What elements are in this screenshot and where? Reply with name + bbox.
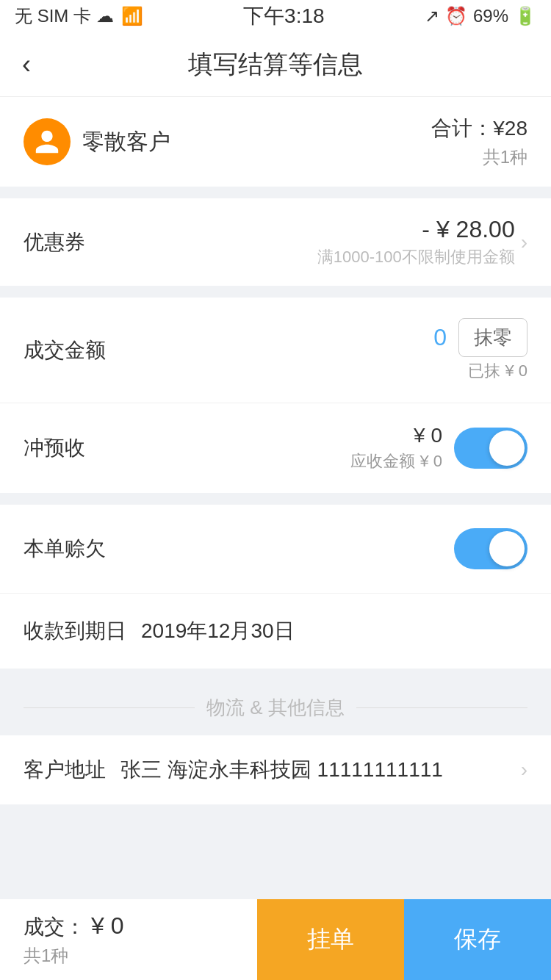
due-date-row: 收款到期日 2019年12月30日 xyxy=(0,593,551,669)
hang-button[interactable]: 挂单 xyxy=(257,899,404,980)
coupon-right: - ¥ 28.00 满1000-100不限制使用金额 › xyxy=(317,216,527,268)
debt-label: 本单赊欠 xyxy=(24,535,106,563)
save-button[interactable]: 保存 xyxy=(404,899,551,980)
customer-name: 零散客户 xyxy=(82,127,170,157)
due-date-value: 2019年12月30日 xyxy=(141,617,295,645)
person-icon xyxy=(33,128,61,156)
amount-row: 成交金额 0 抹零 已抹 ¥ 0 xyxy=(0,298,551,403)
customer-info-left: 零散客户 xyxy=(24,118,170,165)
logistics-title: 物流 & 其他信息 xyxy=(206,695,345,721)
coupon-desc: 满1000-100不限制使用金额 xyxy=(317,246,515,268)
battery-icon: 🔋 xyxy=(514,6,536,26)
address-chevron-icon: › xyxy=(521,758,527,782)
bottom-deal-amount: ¥ 0 xyxy=(91,912,123,940)
alarm-icon: ⏰ xyxy=(445,6,467,26)
amount-controls: 0 抹零 xyxy=(433,318,527,357)
status-bar: 无 SIM 卡 ☁ 📶 下午3:18 ↗ ⏰ 69% 🔋 xyxy=(0,0,551,32)
logistics-header: 物流 & 其他信息 xyxy=(0,680,551,735)
page-title: 填写结算等信息 xyxy=(188,48,363,82)
toggle-knob xyxy=(489,430,525,466)
pre-receive-label: 冲预收 xyxy=(24,434,85,462)
logistics-line-right xyxy=(356,707,527,708)
bottom-count: 共1种 xyxy=(24,944,234,968)
signal-text: 无 SIM 卡 ☁ xyxy=(15,4,114,28)
status-left: 无 SIM 卡 ☁ 📶 xyxy=(15,4,143,28)
back-button[interactable]: ‹ xyxy=(22,49,31,80)
nav-bar: ‹ 填写结算等信息 xyxy=(0,32,551,97)
bottom-total-row: 成交： ¥ 0 xyxy=(24,912,234,941)
battery-text: 69% xyxy=(473,6,508,26)
bottom-bar: 成交： ¥ 0 共1种 挂单 保存 xyxy=(0,899,551,980)
section-divider-1 xyxy=(0,493,551,505)
bottom-spacer xyxy=(0,816,551,897)
amount-sub: 已抹 ¥ 0 xyxy=(468,360,527,382)
coupon-info: - ¥ 28.00 满1000-100不限制使用金额 xyxy=(317,216,515,268)
status-time: 下午3:18 xyxy=(243,2,325,30)
pre-receive-toggle[interactable] xyxy=(454,428,527,469)
bottom-info: 成交： ¥ 0 共1种 xyxy=(0,899,257,980)
status-right: ↗ ⏰ 69% 🔋 xyxy=(425,6,536,26)
customer-total: 合计：¥28 xyxy=(431,115,527,143)
bottom-deal-label: 成交： xyxy=(24,913,85,941)
transaction-section: 成交金额 0 抹零 已抹 ¥ 0 冲预收 ¥ 0 应收金额 ¥ 0 xyxy=(0,298,551,493)
coupon-amount: - ¥ 28.00 xyxy=(317,216,515,243)
amount-label: 成交金额 xyxy=(24,336,106,364)
customer-summary: 合计：¥28 共1种 xyxy=(431,115,527,169)
pre-sub: 应收金额 ¥ 0 xyxy=(350,450,442,472)
debt-toggle-knob xyxy=(489,531,525,566)
logistics-line-left xyxy=(24,707,195,708)
address-row[interactable]: 客户地址 张三 海淀永丰科技园 11111111111 › xyxy=(0,735,551,804)
location-icon: ↗ xyxy=(425,6,439,26)
customer-row: 零散客户 合计：¥28 共1种 xyxy=(0,97,551,187)
amount-value: 0 xyxy=(433,324,447,351)
pre-receive-row: 冲预收 ¥ 0 应收金额 ¥ 0 xyxy=(0,403,551,493)
debt-section: 本单赊欠 收款到期日 2019年12月30日 xyxy=(0,505,551,669)
pre-amount: ¥ 0 xyxy=(350,424,442,447)
due-date-label: 收款到期日 xyxy=(24,617,126,645)
debt-row: 本单赊欠 xyxy=(0,505,551,593)
round-button[interactable]: 抹零 xyxy=(458,318,527,357)
customer-count: 共1种 xyxy=(431,145,527,169)
coupon-label: 优惠券 xyxy=(24,228,85,256)
pre-info: ¥ 0 应收金额 ¥ 0 xyxy=(350,424,442,472)
pre-receive-right: ¥ 0 应收金额 ¥ 0 xyxy=(350,424,527,472)
amount-right-block: 0 抹零 已抹 ¥ 0 xyxy=(433,318,527,382)
wifi-icon: 📶 xyxy=(121,6,143,26)
debt-toggle[interactable] xyxy=(454,528,527,569)
chevron-right-icon: › xyxy=(521,231,527,254)
coupon-row[interactable]: 优惠券 - ¥ 28.00 满1000-100不限制使用金额 › xyxy=(0,198,551,286)
address-label: 客户地址 xyxy=(24,756,106,784)
avatar xyxy=(24,118,71,165)
section-divider-2 xyxy=(0,669,551,680)
address-value: 张三 海淀永丰科技园 11111111111 xyxy=(120,756,506,784)
